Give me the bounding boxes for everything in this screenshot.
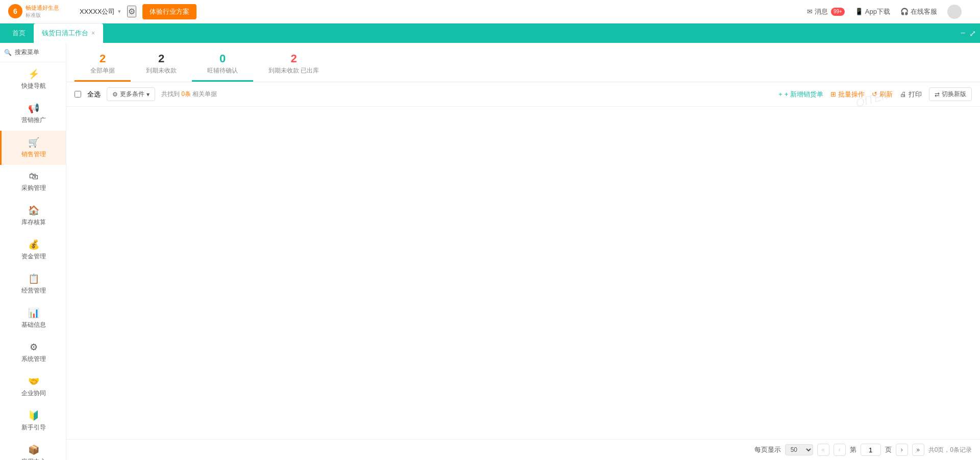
prev-page-icon: ‹ bbox=[839, 446, 841, 453]
next-page-button[interactable]: › bbox=[896, 444, 908, 456]
tab-close-icon[interactable]: × bbox=[91, 30, 95, 37]
refresh-button[interactable]: ↺ 刷新 bbox=[872, 90, 893, 99]
stat-label-overdue-out: 到期未收款 已出库 bbox=[268, 66, 319, 75]
batch-button[interactable]: ⊞ 批量操作 bbox=[830, 90, 865, 99]
settings-button[interactable]: ⚙ bbox=[127, 6, 136, 17]
app-center-icon: 📦 bbox=[28, 444, 39, 455]
sidebar-item-sales[interactable]: 🛒 销售管理 bbox=[0, 131, 66, 165]
search-icon: 🔍 bbox=[4, 49, 12, 56]
stat-tab-overdue[interactable]: 2 到期未收款 bbox=[131, 49, 192, 82]
sidebar-item-label: 基础信息 bbox=[21, 321, 46, 329]
sidebar-item-system[interactable]: ⚙ 系统管理 bbox=[0, 335, 66, 370]
nav-tabs: 首页 钱货日清工作台 × − ⤢ bbox=[0, 23, 980, 43]
sidebar-item-purchase[interactable]: 🛍 采购管理 bbox=[0, 165, 66, 199]
add-label: + 新增销货单 bbox=[785, 90, 823, 99]
switch-icon: ⇄ bbox=[935, 91, 940, 98]
sidebar-item-quick-nav[interactable]: ⚡ 快捷导航 bbox=[0, 62, 66, 96]
last-page-button[interactable]: » bbox=[912, 444, 924, 456]
guide-icon: 🔰 bbox=[28, 410, 39, 421]
app-download-label: App下载 bbox=[865, 7, 890, 16]
logo-sub: 标准版 bbox=[26, 12, 59, 19]
filter-arrow-icon: ▾ bbox=[146, 91, 150, 98]
logo-area: 6 畅捷通好生意 标准版 bbox=[8, 4, 75, 18]
nav-minimize-icon[interactable]: − bbox=[961, 29, 965, 38]
company-dropdown-icon: ▾ bbox=[118, 8, 121, 15]
sidebar-item-basic-info[interactable]: 📊 基础信息 bbox=[0, 301, 66, 335]
sidebar-item-operations[interactable]: 📋 经营管理 bbox=[0, 267, 66, 301]
sidebar-search[interactable]: 🔍 搜索菜单 bbox=[0, 43, 66, 62]
first-page-button[interactable]: « bbox=[817, 444, 829, 456]
print-button[interactable]: 🖨 打印 bbox=[900, 90, 922, 99]
sidebar-item-marketing[interactable]: 📢 营销推广 bbox=[0, 96, 66, 131]
sidebar-item-label: 系统管理 bbox=[21, 355, 46, 364]
sidebar-item-label: 库存核算 bbox=[21, 218, 46, 227]
trial-button[interactable]: 体验行业方案 bbox=[142, 4, 197, 19]
tab-home[interactable]: 首页 bbox=[4, 23, 34, 43]
first-page-icon: « bbox=[821, 446, 825, 453]
pagination-bar: 每页显示 50 100 200 « ‹ 第 页 › » 共0页，0条记录 bbox=[66, 439, 980, 460]
message-action[interactable]: ✉ 消息 99+ bbox=[807, 7, 845, 16]
app-download-action[interactable]: 📱 App下载 bbox=[855, 7, 890, 16]
sidebar: 🔍 搜索菜单 ⚡ 快捷导航 📢 营销推广 🛒 销售管理 🛍 采购管理 🏠 库存核… bbox=[0, 43, 66, 460]
header-right: ✉ 消息 99+ 📱 App下载 🎧 在线客服 bbox=[807, 5, 972, 19]
page-input[interactable] bbox=[861, 444, 881, 456]
sidebar-item-label: 营销推广 bbox=[21, 116, 46, 125]
switch-version-button[interactable]: ⇄ 切换新版 bbox=[929, 87, 972, 101]
sidebar-item-label: 采购管理 bbox=[21, 184, 46, 192]
switch-label: 切换新版 bbox=[942, 90, 966, 99]
finance-icon: 💰 bbox=[28, 239, 39, 250]
nav-tabs-right: − ⤢ bbox=[961, 29, 976, 38]
sidebar-item-label: 经营管理 bbox=[21, 286, 46, 295]
sidebar-item-label: 应用中心 bbox=[21, 457, 46, 460]
company-selector[interactable]: XXXXX公司 ▾ bbox=[80, 7, 121, 16]
nav-maximize-icon[interactable]: ⤢ bbox=[969, 29, 976, 38]
stat-tab-pending[interactable]: 0 旺辅待确认 bbox=[192, 49, 253, 82]
prev-page-button[interactable]: ‹ bbox=[834, 444, 846, 456]
sidebar-item-guide[interactable]: 🔰 新手引导 bbox=[0, 404, 66, 438]
message-icon: ✉ bbox=[807, 8, 813, 15]
sidebar-item-label: 销售管理 bbox=[21, 150, 46, 159]
operations-icon: 📋 bbox=[28, 273, 39, 284]
sidebar-item-inventory[interactable]: 🏠 库存核算 bbox=[0, 199, 66, 233]
sidebar-item-enterprise[interactable]: 🤝 企业协同 bbox=[0, 370, 66, 404]
online-service-label: 在线客服 bbox=[911, 7, 937, 16]
inventory-icon: 🏠 bbox=[28, 205, 39, 216]
quick-nav-icon: ⚡ bbox=[28, 68, 39, 80]
refresh-icon: ↺ bbox=[872, 90, 877, 98]
refresh-label: 刷新 bbox=[879, 90, 893, 99]
found-count: 0条 bbox=[181, 90, 191, 98]
sidebar-item-label: 资金管理 bbox=[21, 252, 46, 261]
avatar[interactable] bbox=[947, 5, 962, 19]
batch-label: 批量操作 bbox=[838, 90, 865, 99]
filter-button[interactable]: ⚙ 更多条件 ▾ bbox=[107, 87, 155, 101]
stat-tab-overdue-out[interactable]: 2 到期未收款 已出库 bbox=[253, 49, 334, 82]
found-text: 共找到 0条 相关单据 bbox=[161, 90, 217, 99]
sidebar-item-app-center[interactable]: 📦 应用中心 bbox=[0, 438, 66, 460]
filter-icon: ⚙ bbox=[112, 91, 118, 98]
select-all-checkbox[interactable] bbox=[75, 91, 81, 98]
stat-number-all: 2 bbox=[100, 52, 106, 65]
page-suffix: 页 bbox=[885, 445, 892, 454]
headset-icon: 🎧 bbox=[900, 8, 909, 15]
print-icon: 🖨 bbox=[900, 90, 906, 98]
sidebar-item-finance[interactable]: 💰 资金管理 bbox=[0, 233, 66, 267]
page-size-label: 每页显示 bbox=[754, 445, 781, 454]
message-badge: 99+ bbox=[831, 8, 845, 16]
add-button[interactable]: + + 新增销货单 bbox=[778, 90, 823, 99]
page-size-select[interactable]: 50 100 200 bbox=[785, 444, 813, 455]
stat-number-pending: 0 bbox=[219, 52, 226, 65]
stat-tab-all[interactable]: 2 全部单据 bbox=[75, 49, 131, 82]
content-area: 2 全部单据 2 到期未收款 0 旺辅待确认 2 到期未收款 已出库 全选 ⚙ … bbox=[66, 43, 980, 460]
stat-number-overdue-out: 2 bbox=[291, 52, 297, 65]
stat-number-overdue: 2 bbox=[158, 52, 164, 65]
print-label: 打印 bbox=[909, 90, 922, 99]
found-suffix: 相关单据 bbox=[192, 90, 217, 98]
tab-active[interactable]: 钱货日清工作台 × bbox=[34, 23, 103, 43]
online-service-action[interactable]: 🎧 在线客服 bbox=[900, 7, 937, 16]
company-name: XXXXX公司 bbox=[80, 7, 115, 16]
add-icon: + bbox=[778, 90, 782, 98]
table-area bbox=[66, 107, 980, 439]
purchase-icon: 🛍 bbox=[29, 171, 38, 182]
sidebar-item-label: 快捷导航 bbox=[21, 82, 46, 90]
stat-label-all: 全部单据 bbox=[90, 66, 115, 75]
